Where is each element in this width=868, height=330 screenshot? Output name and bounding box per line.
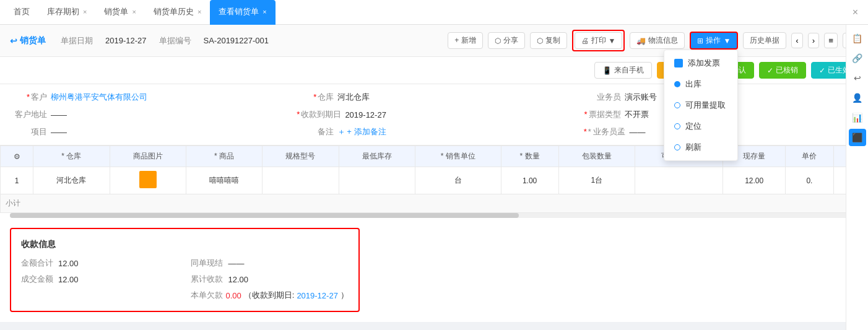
subtotal-label: 小计 xyxy=(1,194,868,213)
cell-spec xyxy=(263,167,339,194)
same-order-item: 同单现结 —— xyxy=(191,258,348,269)
tab-home[interactable]: 首页 xyxy=(5,0,38,25)
operate-icon: ⊞ xyxy=(697,37,703,45)
dropdown-refresh[interactable]: 刷新 xyxy=(664,137,737,158)
project-label: 项目 xyxy=(10,126,47,137)
history-button[interactable]: 历史单据 xyxy=(743,32,786,49)
tab-home-label: 首页 xyxy=(14,6,30,17)
customer-field: 客户 柳州粤港平安气体有限公司 xyxy=(10,92,284,103)
address-field: 客户地址 —— xyxy=(10,109,284,120)
from-phone-button[interactable]: 📱 来自手机 xyxy=(594,62,652,79)
sales-rep-label: * 业务员孟 xyxy=(584,126,626,137)
operate-label: 操作 xyxy=(706,35,721,46)
new-button[interactable]: + 新增 xyxy=(448,32,482,49)
invoice-type-label: 票据类型 xyxy=(584,109,621,120)
number-value: SA-20191227-001 xyxy=(204,36,269,45)
warehouse-field: 仓库 河北仓库 xyxy=(297,92,571,103)
col-quantity: * 数量 xyxy=(501,146,558,167)
tab-bar-close-button[interactable]: × xyxy=(848,7,863,18)
customer-value[interactable]: 柳州粤港平安气体有限公司 xyxy=(51,92,147,103)
total-amount-label: 金额合计 xyxy=(21,258,53,269)
scrollbar-thumb[interactable] xyxy=(10,213,519,218)
remark-label: 备注 xyxy=(297,126,334,137)
available-qty-label: 可用量提取 xyxy=(685,100,726,111)
nav-prev-button[interactable]: ‹ xyxy=(791,33,802,48)
print-button[interactable]: 🖨 打印 ▼ xyxy=(575,32,623,49)
sidebar-chart-icon[interactable]: 📊 xyxy=(849,109,866,126)
col-settings[interactable]: ⚙ xyxy=(1,146,33,167)
sidebar-link-icon[interactable]: 🔗 xyxy=(849,50,866,67)
tab-view-sales[interactable]: 查看销货单 × xyxy=(210,0,275,25)
cell-image xyxy=(110,167,186,194)
cumulative-label: 累计收款 xyxy=(191,274,223,285)
operate-dropdown-menu: 添加发票 出库 可用量提取 定位 xyxy=(664,50,738,161)
refresh-label: 刷新 xyxy=(685,142,701,153)
tab-sales-history-label: 销货单历史 xyxy=(154,6,194,17)
dropdown-outbound[interactable]: 出库 xyxy=(664,74,737,95)
layout1-button[interactable]: ≡ xyxy=(824,33,838,48)
arrears-note: （收款到期日: xyxy=(244,290,295,301)
new-label: + 新增 xyxy=(454,35,475,46)
layout1-icon: ≡ xyxy=(828,36,833,45)
horizontal-scrollbar[interactable] xyxy=(10,213,858,218)
dropdown-locate[interactable]: 定位 xyxy=(664,116,737,137)
address-value: —— xyxy=(51,110,67,119)
cell-warehouse: 河北仓库 xyxy=(33,167,110,194)
sidebar-return-icon[interactable]: ↩ xyxy=(849,69,866,87)
sidebar-expand-icon[interactable]: ⬛ xyxy=(849,129,866,146)
print-label: 打印 xyxy=(591,35,606,46)
total-amount-item: 金额合计 12.00 xyxy=(21,258,178,269)
bottom-area: 收款信息 金额合计 12.00 同单现结 —— 成交金额 12.00 累计收款 … xyxy=(0,218,868,322)
phone-icon: 📱 xyxy=(602,66,612,75)
sidebar-doc-icon[interactable]: 📋 xyxy=(849,30,866,47)
col-min-stock: 最低库存 xyxy=(339,146,415,167)
address-label: 客户地址 xyxy=(10,109,47,120)
tab-inventory-close[interactable]: × xyxy=(83,8,87,15)
tab-inventory[interactable]: 库存期初 × xyxy=(38,0,95,25)
doc-meta: 单据日期 2019-12-27 单据编号 SA-20191227-001 xyxy=(61,35,269,46)
right-sidebar: 📋 🔗 ↩ 👤 📊 ⬛ xyxy=(846,25,868,322)
same-order-label: 同单现结 xyxy=(191,258,223,269)
voided-button[interactable]: ✓ 已核销 xyxy=(759,62,806,79)
share-label: 分享 xyxy=(503,35,518,46)
tab-sales-history-close[interactable]: × xyxy=(197,8,201,15)
sidebar-user-icon[interactable]: 👤 xyxy=(849,89,866,106)
tab-view-sales-close[interactable]: × xyxy=(263,8,266,15)
col-price: 单价 xyxy=(786,146,834,167)
nav-next-button[interactable]: › xyxy=(808,33,819,48)
transaction-amount-label: 成交金额 xyxy=(21,274,53,285)
add-remark-button[interactable]: ＋ + 添加备注 xyxy=(337,126,386,137)
tab-sales-close[interactable]: × xyxy=(132,8,136,15)
project-value: —— xyxy=(51,128,67,137)
project-field: 项目 —— xyxy=(10,126,284,137)
nav-next-icon: › xyxy=(812,36,815,45)
logistics-label: 物流信息 xyxy=(648,35,678,46)
product-image xyxy=(139,171,157,188)
tab-inventory-label: 库存期初 xyxy=(47,6,79,17)
logistics-icon: 🚚 xyxy=(636,37,646,45)
logistics-button[interactable]: 🚚 物流信息 xyxy=(630,32,685,49)
cell-quantity: 1.00 xyxy=(501,167,558,194)
cell-unit: 台 xyxy=(415,167,501,194)
outbound-label: 出库 xyxy=(685,79,701,90)
tab-sales-history[interactable]: 销货单历史 × xyxy=(145,0,210,25)
dropdown-available-qty[interactable]: 可用量提取 xyxy=(664,95,737,116)
share-button[interactable]: ⬡ 分享 xyxy=(488,32,525,49)
doc-actions: + 新增 ⬡ 分享 ⬡ 复制 🖨 打印 ▼ 🚚 物流信息 xyxy=(448,30,858,51)
operate-dropdown[interactable]: ⊞ 操作 ▼ 添加发票 出库 可用量提取 xyxy=(690,32,738,50)
copy-button[interactable]: ⬡ 复制 xyxy=(530,32,567,49)
tab-sales-label: 销货单 xyxy=(104,6,128,17)
dropdown-add-invoice[interactable]: 添加发票 xyxy=(664,53,737,74)
payment-date-label: 收款到期日 xyxy=(297,109,341,120)
salesperson-label: 业务员 xyxy=(584,92,621,103)
share-icon: ⬡ xyxy=(495,37,501,45)
cell-price: 0. xyxy=(786,167,834,194)
cumulative-value: 12.00 xyxy=(228,275,248,284)
payment-info-title: 收款信息 xyxy=(21,239,349,250)
plus-icon: ＋ xyxy=(337,126,345,137)
outbound-icon xyxy=(674,81,680,87)
tab-sales[interactable]: 销货单 × xyxy=(95,0,144,25)
history-label: 历史单据 xyxy=(750,35,779,46)
same-order-value: —— xyxy=(228,259,244,268)
operate-button[interactable]: ⊞ 操作 ▼ xyxy=(690,32,738,50)
